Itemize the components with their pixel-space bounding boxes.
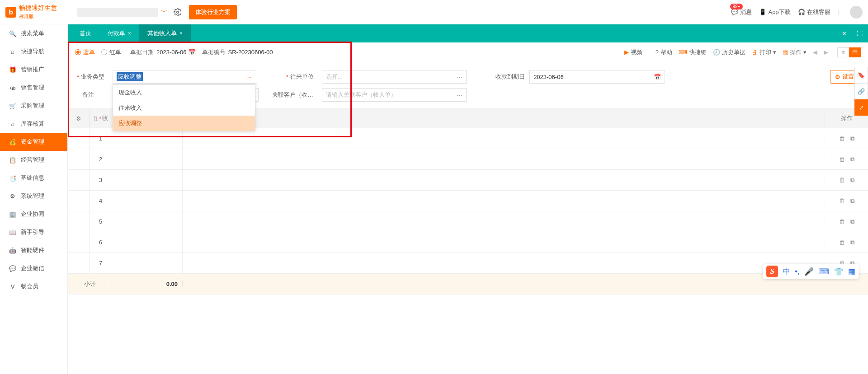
ime-punct-icon[interactable]: •, bbox=[795, 267, 800, 276]
list-view-icon[interactable]: ≡ bbox=[837, 47, 849, 57]
row-index: 1 bbox=[90, 135, 112, 142]
gear-icon: ⚙ bbox=[9, 192, 16, 200]
chevron-down-icon: ▾ bbox=[803, 49, 807, 56]
tab-payment[interactable]: 付款单× bbox=[99, 24, 139, 42]
logo: b 畅捷通好生意 标准版 bbox=[5, 4, 69, 20]
expand-icon[interactable]: ⤢ bbox=[854, 99, 868, 116]
messages-button[interactable]: 💬 消息 99+ bbox=[731, 8, 752, 16]
partner-input[interactable]: 选择... ⋯ bbox=[322, 70, 467, 84]
ime-skin-icon[interactable]: 👕 bbox=[834, 267, 844, 276]
link-icon[interactable]: 🔗 bbox=[854, 83, 868, 99]
sidebar-item-marketing[interactable]: 🎁营销推广 bbox=[0, 61, 67, 79]
app-download-button[interactable]: 📱 App下载 bbox=[759, 8, 790, 16]
assoc-customer-input[interactable]: 请输入关联客户（收入单） ⋯ bbox=[322, 88, 467, 102]
ime-lang-icon[interactable]: 中 bbox=[783, 266, 790, 277]
shortcut-button[interactable]: ⌨快捷键 bbox=[679, 48, 707, 56]
tab-home[interactable]: 首页 bbox=[71, 24, 99, 42]
clipboard-icon: 📋 bbox=[9, 156, 16, 164]
sogou-icon[interactable]: S bbox=[766, 266, 778, 277]
copy-icon[interactable]: ⧉ bbox=[850, 177, 854, 184]
table-row[interactable]: 2🗑⧉ bbox=[68, 149, 868, 170]
video-button[interactable]: ▶视频 bbox=[624, 48, 642, 56]
chat-icon: 💬 bbox=[731, 9, 738, 15]
next-icon[interactable]: ▶ bbox=[824, 49, 828, 56]
headset-icon: 🎧 bbox=[798, 9, 805, 15]
biz-type-select[interactable]: 应收调整 ︿ bbox=[113, 70, 257, 84]
table-row[interactable]: 3🗑⧉ bbox=[68, 170, 868, 191]
dropdown-option[interactable]: 应收调整 bbox=[113, 116, 255, 131]
sidebar-item-inventory[interactable]: ⌂库存核算 bbox=[0, 115, 67, 133]
prev-icon[interactable]: ◀ bbox=[813, 49, 817, 56]
doc-toolbar: 蓝单 红单 单据日期2023-06-06📅 单据编号SR-20230606-00… bbox=[68, 42, 868, 62]
avatar[interactable] bbox=[850, 6, 863, 19]
delete-icon[interactable]: 🗑 bbox=[839, 218, 845, 225]
cart-icon: 🛒 bbox=[9, 102, 16, 109]
copy-icon[interactable]: ⧉ bbox=[850, 239, 854, 246]
delete-icon[interactable]: 🗑 bbox=[839, 156, 845, 163]
calendar-icon: 📅 bbox=[654, 74, 661, 80]
ellipsis-icon[interactable]: ⋯ bbox=[457, 74, 462, 80]
dropdown-option[interactable]: 现金收入 bbox=[113, 85, 255, 100]
calendar-icon[interactable]: 📅 bbox=[189, 49, 196, 56]
table-row[interactable]: 6🗑⧉ bbox=[68, 232, 868, 253]
sidebar-item-wechat[interactable]: 💬企业微信 bbox=[0, 259, 67, 277]
sidebar-item-guide[interactable]: 📖新手引导 bbox=[0, 223, 67, 241]
sidebar-item-sales[interactable]: 🛍销售管理 bbox=[0, 79, 67, 97]
delete-icon[interactable]: 🗑 bbox=[839, 135, 845, 142]
radio-blue[interactable]: 蓝单 bbox=[75, 48, 95, 56]
sidebar-item-member[interactable]: V畅会员 bbox=[0, 277, 67, 295]
delete-icon[interactable]: 🗑 bbox=[839, 239, 845, 246]
history-button[interactable]: 🕘历史单据 bbox=[713, 48, 745, 56]
table-row[interactable]: 4🗑⧉ bbox=[68, 191, 868, 211]
due-date-input[interactable]: 2023-06-06 📅 bbox=[529, 70, 665, 84]
fullscreen-icon[interactable]: ⛶ bbox=[854, 28, 865, 39]
col-header-sort[interactable]: ⇅*收 bbox=[90, 109, 112, 128]
close-all-icon[interactable]: ✕ bbox=[838, 28, 850, 39]
doc-date: 单据日期2023-06-06📅 bbox=[130, 48, 196, 56]
ellipsis-icon[interactable]: ⋯ bbox=[457, 92, 462, 98]
gear-icon[interactable] bbox=[174, 8, 182, 16]
delete-icon[interactable]: 🗑 bbox=[839, 177, 845, 183]
chevron-down-icon: ▾ bbox=[773, 49, 776, 56]
card-view-icon[interactable]: ▤ bbox=[849, 47, 861, 57]
sidebar-item-system[interactable]: ⚙系统管理 bbox=[0, 187, 67, 205]
top-bar: b 畅捷通好生意 标准版 ﹀ 体验行业方案 💬 消息 99+ 📱 App下载 bbox=[0, 0, 868, 24]
ime-mic-icon[interactable]: 🎤 bbox=[804, 267, 814, 276]
logo-sub: 标准版 bbox=[19, 13, 57, 20]
copy-icon[interactable]: ⧉ bbox=[850, 197, 854, 205]
table-row[interactable]: 7🗑⧉ bbox=[68, 253, 868, 274]
sidebar-item-search[interactable]: 🔍搜索菜单 bbox=[0, 24, 67, 42]
close-icon[interactable]: × bbox=[179, 30, 183, 37]
row-index: 7 bbox=[90, 260, 112, 266]
copy-icon[interactable]: ⧉ bbox=[850, 156, 854, 163]
tag-icon[interactable]: 🔖 bbox=[854, 67, 868, 83]
sidebar-item-basicinfo[interactable]: 📑基础信息 bbox=[0, 169, 67, 187]
tab-other-income[interactable]: 其他收入单× bbox=[139, 24, 191, 42]
table-settings-icon[interactable]: ⚙ bbox=[68, 109, 90, 128]
sidebar-item-hardware[interactable]: 🤖智能硬件 bbox=[0, 241, 67, 259]
dropdown-option[interactable]: 往来收入 bbox=[113, 100, 255, 116]
copy-icon[interactable]: ⧉ bbox=[850, 135, 854, 142]
sidebar-item-operation[interactable]: 📋经营管理 bbox=[0, 151, 67, 169]
home-icon: ⌂ bbox=[9, 48, 16, 55]
close-icon[interactable]: × bbox=[128, 30, 131, 37]
delete-icon[interactable]: 🗑 bbox=[839, 197, 845, 204]
sidebar-item-purchase[interactable]: 🛒采购管理 bbox=[0, 97, 67, 115]
print-button[interactable]: 🖨打印▾ bbox=[752, 48, 776, 56]
radio-red[interactable]: 红单 bbox=[101, 48, 121, 56]
operate-button[interactable]: ▦操作▾ bbox=[783, 48, 807, 56]
play-icon: ▶ bbox=[624, 49, 629, 56]
sidebar-item-quicknav[interactable]: ⌂快捷导航 bbox=[0, 42, 67, 61]
help-button[interactable]: ?帮助 bbox=[656, 48, 672, 56]
ime-menu-icon[interactable]: ▦ bbox=[848, 267, 855, 276]
sidebar-item-finance[interactable]: 💰资金管理 bbox=[0, 133, 67, 151]
copy-icon[interactable]: ⧉ bbox=[850, 218, 854, 225]
org-selector[interactable]: ﹀ bbox=[77, 8, 167, 17]
field-biz-type: *业务类型 应收调整 ︿ 现金收入 往来收入 应收调整 bbox=[77, 70, 257, 84]
ime-keyboard-icon[interactable]: ⌨ bbox=[818, 267, 830, 276]
table-row[interactable]: 5🗑⧉ bbox=[68, 211, 868, 232]
online-service-button[interactable]: 🎧 在线客服 bbox=[798, 8, 830, 16]
trial-button[interactable]: 体验行业方案 bbox=[189, 5, 237, 19]
sidebar-item-collab[interactable]: 🏢企业协同 bbox=[0, 205, 67, 223]
keyboard-icon: ⌨ bbox=[679, 49, 687, 56]
